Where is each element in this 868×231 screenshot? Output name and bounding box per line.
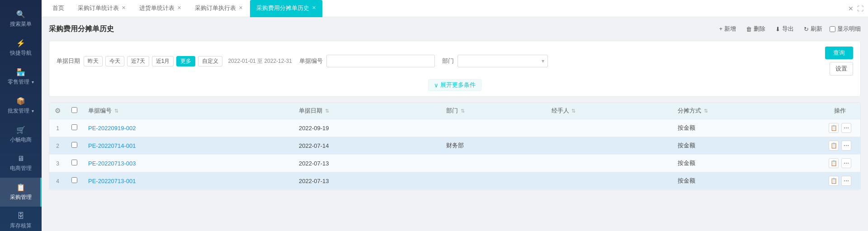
close-window-icon[interactable]: ✕ bbox=[848, 5, 854, 12]
row-bill-date-1: 2022-09-19 bbox=[293, 119, 441, 137]
op-edit-4[interactable]: 📋 bbox=[829, 176, 839, 186]
date-label: 单据日期 bbox=[57, 57, 80, 65]
op-edit-3[interactable]: 📋 bbox=[829, 158, 839, 168]
dept-label: 部门 bbox=[442, 57, 454, 65]
row-dept-1 bbox=[441, 119, 546, 137]
maximize-icon[interactable]: ⛶ bbox=[857, 5, 863, 12]
row-op-2: 📋 ⋯ bbox=[820, 137, 860, 155]
tab-close-purchase-cost-history[interactable]: ✕ bbox=[312, 5, 316, 11]
col-check-header bbox=[66, 103, 83, 119]
op-icons-2: 📋 ⋯ bbox=[825, 141, 855, 151]
op-more-3[interactable]: ⋯ bbox=[841, 158, 851, 168]
delete-button[interactable]: 🗑 删除 bbox=[743, 24, 768, 34]
row-handler-3 bbox=[546, 155, 672, 172]
op-more-1[interactable]: ⋯ bbox=[841, 123, 851, 133]
bill-no-link-1[interactable]: PE-20220919-002 bbox=[88, 125, 136, 132]
query-button[interactable]: 查询 bbox=[825, 47, 853, 59]
sidebar-label-wholesale: 批发管理 ▾ bbox=[8, 108, 34, 114]
settings-button[interactable]: 设置 bbox=[830, 62, 853, 75]
date-btn-5[interactable]: 自定义 bbox=[198, 56, 222, 66]
row-handler-1 bbox=[546, 119, 672, 137]
sidebar-item-purchase[interactable]: 📋 采购管理 bbox=[0, 178, 42, 207]
sidebar-label-ecom-small: 小畅电商 bbox=[10, 137, 32, 143]
bill-no-input[interactable] bbox=[326, 55, 435, 67]
bill-no-link-4[interactable]: PE-20220713-001 bbox=[88, 178, 136, 184]
date-filter-group: 单据日期 昨天今天近7天近1月更多自定义 2022-01-01 至 2022-1… bbox=[57, 56, 292, 66]
active-bar bbox=[40, 178, 42, 207]
row-check-3 bbox=[66, 155, 83, 172]
bill-no-link-3[interactable]: PE-20220713-003 bbox=[88, 160, 136, 167]
table-row: 4 PE-20220713-001 2022-07-13 按金额 📋 ⋯ bbox=[49, 172, 860, 190]
tab-close-purchase-order-exec[interactable]: ✕ bbox=[239, 5, 243, 11]
dept-sort-icon[interactable]: ⇅ bbox=[461, 108, 465, 113]
sidebar-item-search[interactable]: 🔍 搜索菜单 bbox=[0, 5, 42, 33]
table-body: 1 PE-20220919-002 2022-09-19 按金额 📋 ⋯ 2 P… bbox=[49, 119, 860, 190]
date-btn-1[interactable]: 今天 bbox=[105, 56, 124, 66]
tab-purchase-cost-history[interactable]: 采购费用分摊单历史 ✕ bbox=[250, 0, 322, 17]
date-btn-2[interactable]: 近7天 bbox=[127, 56, 149, 66]
col-bill-date-header: 单据日期 ⇅ bbox=[293, 103, 441, 119]
expand-filter-button[interactable]: ∨ 展开更多条件 bbox=[428, 79, 481, 91]
refresh-button[interactable]: ↻ 刷新 bbox=[801, 24, 825, 34]
row-checkbox-4[interactable] bbox=[71, 177, 77, 183]
tab-label-purchase-cost-history: 采购费用分摊单历史 bbox=[256, 4, 309, 12]
delete-icon: 🗑 bbox=[746, 26, 752, 33]
row-checkbox-1[interactable] bbox=[71, 124, 77, 130]
row-dept-3 bbox=[441, 155, 546, 172]
tab-purchase-order-stats[interactable]: 采购订单统计表 ✕ bbox=[71, 0, 132, 17]
row-split-method-1: 按金额 bbox=[672, 119, 820, 137]
add-button[interactable]: + 新增 bbox=[717, 24, 739, 34]
tab-label-purchase-order-exec: 采购订单执行表 bbox=[195, 4, 236, 12]
export-icon: ⬇ bbox=[775, 26, 780, 33]
date-btn-4[interactable]: 更多 bbox=[176, 56, 195, 66]
tab-label-inbound-stats: 进货单统计表 bbox=[139, 4, 175, 12]
show-cols-checkbox[interactable]: 显示明细 bbox=[830, 25, 861, 33]
op-more-4[interactable]: ⋯ bbox=[841, 176, 851, 186]
date-btn-0[interactable]: 昨天 bbox=[84, 56, 103, 66]
sidebar-item-quick[interactable]: ⚡ 快捷导航 bbox=[0, 33, 42, 62]
bill-no-sort-icon[interactable]: ⇅ bbox=[114, 108, 118, 113]
row-checkbox-2[interactable] bbox=[71, 142, 77, 148]
tab-purchase-order-exec[interactable]: 采购订单执行表 ✕ bbox=[189, 0, 249, 17]
row-dept-4 bbox=[441, 172, 546, 190]
sidebar-item-wholesale[interactable]: 📦 批发管理 ▾ bbox=[0, 91, 42, 120]
select-all-checkbox[interactable] bbox=[71, 107, 77, 113]
toolbar: + 新增 🗑 删除 ⬇ 导出 ↻ 刷新 显示明细 bbox=[717, 24, 861, 34]
data-table: ⚙ 单据编号 ⇅ 单据日期 ⇅ bbox=[49, 103, 860, 190]
date-buttons: 昨天今天近7天近1月更多自定义 bbox=[84, 56, 222, 66]
tab-inbound-stats[interactable]: 进货单统计表 ✕ bbox=[133, 0, 188, 17]
row-checkbox-3[interactable] bbox=[71, 160, 77, 165]
row-op-3: 📋 ⋯ bbox=[820, 155, 860, 172]
filter-row-1: 单据日期 昨天今天近7天近1月更多自定义 2022-01-01 至 2022-1… bbox=[57, 47, 853, 75]
filter-actions: 查询 设置 bbox=[825, 47, 853, 75]
split-method-sort-icon[interactable]: ⇅ bbox=[704, 108, 708, 113]
handler-sort-icon[interactable]: ⇅ bbox=[571, 108, 576, 113]
sidebar-item-retail[interactable]: 🏪 零售管理 ▾ bbox=[0, 62, 42, 91]
dept-select[interactable]: 财务部 bbox=[458, 55, 548, 67]
sidebar-item-inventory[interactable]: 🗄 库存核算 bbox=[0, 207, 42, 231]
tab-close-inbound-stats[interactable]: ✕ bbox=[177, 5, 181, 11]
row-bill-date-3: 2022-07-13 bbox=[293, 155, 441, 172]
col-bill-no-header: 单据编号 ⇅ bbox=[83, 103, 293, 119]
op-icons-4: 📋 ⋯ bbox=[825, 176, 855, 186]
row-check-2 bbox=[66, 137, 83, 155]
date-btn-3[interactable]: 近1月 bbox=[152, 56, 174, 66]
row-bill-no-3: PE-20220713-003 bbox=[83, 155, 293, 172]
show-cols-input[interactable] bbox=[830, 26, 835, 32]
table-row: 1 PE-20220919-002 2022-09-19 按金额 📋 ⋯ bbox=[49, 119, 860, 137]
row-split-method-2: 按金额 bbox=[672, 137, 820, 155]
op-edit-1[interactable]: 📋 bbox=[829, 123, 839, 133]
op-edit-2[interactable]: 📋 bbox=[829, 141, 839, 151]
tab-home[interactable]: 首页 bbox=[46, 0, 71, 17]
bill-no-link-2[interactable]: PE-20220714-001 bbox=[88, 142, 136, 149]
bill-date-sort-icon[interactable]: ⇅ bbox=[325, 108, 329, 113]
row-handler-2 bbox=[546, 137, 672, 155]
row-check-1 bbox=[66, 119, 83, 137]
sidebar-item-ecom[interactable]: 🖥 电商管理 bbox=[0, 149, 42, 178]
op-more-2[interactable]: ⋯ bbox=[841, 141, 851, 151]
page-header: 采购费用分摊单历史 + 新增 🗑 删除 ⬇ 导出 ↻ 刷新 显示明细 bbox=[49, 24, 861, 34]
sidebar-item-ecom-small[interactable]: 🛒 小畅电商 bbox=[0, 120, 42, 149]
export-button[interactable]: ⬇ 导出 bbox=[773, 24, 797, 34]
tab-close-purchase-order-stats[interactable]: ✕ bbox=[122, 5, 126, 11]
table-settings-icon[interactable]: ⚙ bbox=[55, 107, 61, 114]
